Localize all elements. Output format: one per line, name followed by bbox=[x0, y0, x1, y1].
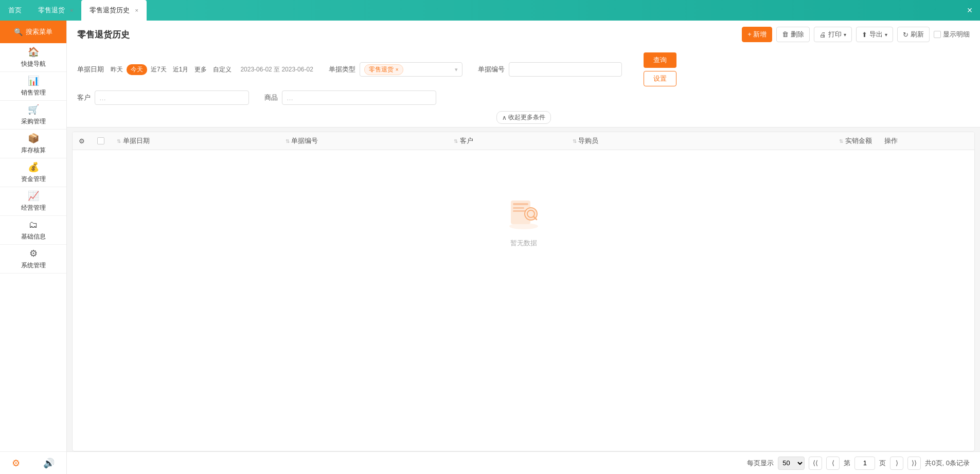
print-chevron-icon: ▾ bbox=[844, 32, 846, 38]
date-filter-group: 单据日期 昨天 今天 近7天 近1月 更多 自定义 2023-06-02 至 2… bbox=[77, 64, 313, 75]
type-tags: 零售退货 × bbox=[364, 64, 403, 75]
top-bar: 首页 零售退货 × 零售退货历史 × × bbox=[0, 0, 980, 21]
date-opt-custom[interactable]: 自定义 bbox=[210, 64, 234, 75]
sidebar: 🔍 搜索菜单 🏠 快捷导航 📊 销售管理 🛒 采购管理 📦 库存核算 💰 资金管… bbox=[0, 21, 67, 474]
date-opt-1month[interactable]: 近1月 bbox=[170, 64, 191, 75]
close-retail-return-tab[interactable]: × bbox=[70, 7, 73, 13]
next-page-button[interactable]: ⟩ bbox=[890, 457, 903, 470]
date-range-display: 2023-06-02 至 2023-06-02 bbox=[240, 65, 313, 74]
sidebar-search[interactable]: 🔍 搜索菜单 bbox=[0, 21, 66, 43]
th-action: 操作 bbox=[878, 132, 974, 150]
table-gear-icon[interactable]: ⚙ bbox=[79, 137, 85, 145]
delete-button[interactable]: 🗑 删除 bbox=[776, 27, 810, 42]
th-customer: ⇅ 客户 bbox=[448, 132, 566, 150]
query-button[interactable]: 查询 bbox=[644, 52, 676, 68]
type-select-chevron: ▾ bbox=[455, 66, 458, 73]
date-opt-more[interactable]: 更多 bbox=[192, 64, 209, 75]
sidebar-bottom: ⚙ 🔊 bbox=[0, 451, 66, 474]
business-icon: 📈 bbox=[28, 190, 39, 202]
sort-arrows-guide[interactable]: ⇅ bbox=[573, 138, 577, 144]
print-icon: 🖨 bbox=[819, 31, 826, 39]
purchase-icon: 🛒 bbox=[28, 104, 39, 115]
page-size-select[interactable]: 10 20 50 100 bbox=[778, 457, 805, 470]
main-layout: 🔍 搜索菜单 🏠 快捷导航 📊 销售管理 🛒 采购管理 📦 库存核算 💰 资金管… bbox=[0, 21, 980, 474]
sidebar-item-sales[interactable]: 📊 销售管理 bbox=[0, 72, 66, 101]
table-wrap: ⚙ ⇅ 单据日期 ⇅ 单据编号 bbox=[72, 132, 975, 451]
page-title: 零售退货历史 bbox=[77, 29, 130, 41]
last-page-button[interactable]: ⟩⟩ bbox=[907, 457, 921, 470]
svg-rect-3 bbox=[513, 207, 524, 209]
empty-illustration bbox=[503, 191, 544, 232]
collapse-row: ∧ 收起更多条件 bbox=[77, 109, 970, 127]
date-opt-today[interactable]: 今天 bbox=[127, 64, 147, 75]
sort-arrows-date[interactable]: ⇅ bbox=[117, 138, 121, 144]
export-button[interactable]: ⬆ 导出 ▾ bbox=[856, 27, 893, 42]
table-header-row: ⚙ ⇅ 单据日期 ⇅ 单据编号 bbox=[73, 132, 974, 150]
th-settings[interactable]: ⚙ bbox=[73, 132, 91, 150]
empty-state: 暂无数据 bbox=[73, 150, 974, 289]
th-guide: ⇅ 导购员 bbox=[566, 132, 710, 150]
sidebar-item-base-info[interactable]: 🗂 基础信息 bbox=[0, 216, 66, 245]
set-button[interactable]: 设置 bbox=[644, 71, 676, 86]
total-info: 共0页, 0条记录 bbox=[925, 459, 970, 468]
type-select[interactable]: 零售退货 × ▾ bbox=[360, 62, 462, 77]
refresh-button[interactable]: ↻ 刷新 bbox=[897, 27, 930, 42]
sidebar-item-inventory[interactable]: 📦 库存核算 bbox=[0, 130, 66, 158]
page-unit: 页 bbox=[879, 459, 886, 468]
table-body: 暂无数据 bbox=[73, 150, 974, 289]
date-opt-yesterday[interactable]: 昨天 bbox=[108, 64, 126, 75]
sidebar-item-purchase[interactable]: 🛒 采购管理 bbox=[0, 101, 66, 130]
empty-text: 暂无数据 bbox=[510, 239, 537, 248]
first-page-button[interactable]: ⟨⟨ bbox=[809, 457, 822, 470]
page-size-label: 每页显示 bbox=[747, 459, 774, 468]
print-button[interactable]: 🖨 🖨 打印 打印 ▾ bbox=[814, 27, 852, 42]
sidebar-item-business[interactable]: 📈 经营管理 bbox=[0, 187, 66, 216]
th-checkbox[interactable] bbox=[91, 132, 111, 150]
page-title-row: 零售退货历史 + 新增 🗑 删除 🖨 🖨 打印 打印 ▾ ⬆ 导出 ▾ bbox=[77, 27, 970, 42]
toolbar: + 新增 🗑 删除 🖨 🖨 打印 打印 ▾ ⬆ 导出 ▾ ↻ bbox=[742, 27, 970, 42]
tab-retail-return[interactable]: 零售退货 × bbox=[30, 0, 81, 21]
date-opt-7days[interactable]: 近7天 bbox=[148, 64, 169, 75]
close-history-tab[interactable]: × bbox=[135, 7, 138, 13]
finance-icon: 💰 bbox=[28, 161, 39, 173]
show-detail-checkbox[interactable] bbox=[934, 31, 941, 38]
add-button[interactable]: + 新增 bbox=[742, 27, 772, 42]
query-set-buttons: 查询 设置 bbox=[644, 52, 676, 86]
number-input[interactable] bbox=[509, 62, 622, 77]
sidebar-item-shortcut[interactable]: 🏠 快捷导航 bbox=[0, 43, 66, 72]
export-chevron-icon: ▾ bbox=[885, 32, 887, 38]
tab-retail-return-history[interactable]: 零售退货历史 × bbox=[81, 0, 146, 21]
home-icon: 🏠 bbox=[28, 46, 39, 58]
goods-select[interactable]: … bbox=[282, 90, 436, 105]
select-all-checkbox[interactable] bbox=[97, 137, 104, 144]
pagination-bar: 每页显示 10 20 50 100 ⟨⟨ ⟨ 第 页 ⟩ ⟩⟩ 共0页, 0条记… bbox=[67, 451, 980, 474]
goods-filter-group: 商品 … bbox=[264, 90, 436, 105]
type-tag-close[interactable]: × bbox=[396, 67, 399, 72]
filter-row-1: 单据日期 昨天 今天 近7天 近1月 更多 自定义 2023-06-02 至 2… bbox=[77, 52, 970, 86]
base-info-icon: 🗂 bbox=[29, 220, 38, 230]
settings-bottom-icon[interactable]: ⚙ bbox=[12, 458, 20, 469]
content-area: 零售退货历史 + 新增 🗑 删除 🖨 🖨 打印 打印 ▾ ⬆ 导出 ▾ bbox=[67, 21, 980, 474]
collapse-button[interactable]: ∧ 收起更多条件 bbox=[496, 111, 551, 124]
audio-bottom-icon[interactable]: 🔊 bbox=[43, 458, 55, 469]
customer-select[interactable]: … bbox=[95, 90, 249, 105]
sort-arrows-amount[interactable]: ⇅ bbox=[839, 138, 843, 144]
prev-page-button[interactable]: ⟨ bbox=[826, 457, 840, 470]
svg-rect-4 bbox=[513, 210, 526, 212]
th-date: ⇅ 单据日期 bbox=[111, 132, 279, 150]
customer-filter-group: 客户 … bbox=[77, 90, 249, 105]
sort-arrows-number[interactable]: ⇅ bbox=[286, 138, 290, 144]
page-number-input[interactable] bbox=[854, 457, 875, 470]
collapse-icon: ∧ bbox=[502, 114, 507, 121]
type-tag-retail-return: 零售退货 × bbox=[364, 64, 403, 75]
sidebar-item-finance[interactable]: 💰 资金管理 bbox=[0, 158, 66, 187]
sales-icon: 📊 bbox=[28, 75, 39, 86]
date-options: 昨天 今天 近7天 近1月 更多 自定义 bbox=[108, 64, 234, 75]
number-filter-group: 单据编号 bbox=[478, 62, 622, 77]
show-detail-wrap: 显示明细 bbox=[934, 30, 970, 39]
tab-home[interactable]: 首页 bbox=[0, 0, 30, 21]
sort-arrows-customer[interactable]: ⇅ bbox=[454, 138, 458, 144]
window-close-button[interactable]: × bbox=[959, 0, 980, 21]
sidebar-item-system[interactable]: ⚙ 系统管理 bbox=[0, 245, 66, 274]
th-amount: ⇅ 实销金额 bbox=[709, 132, 878, 150]
